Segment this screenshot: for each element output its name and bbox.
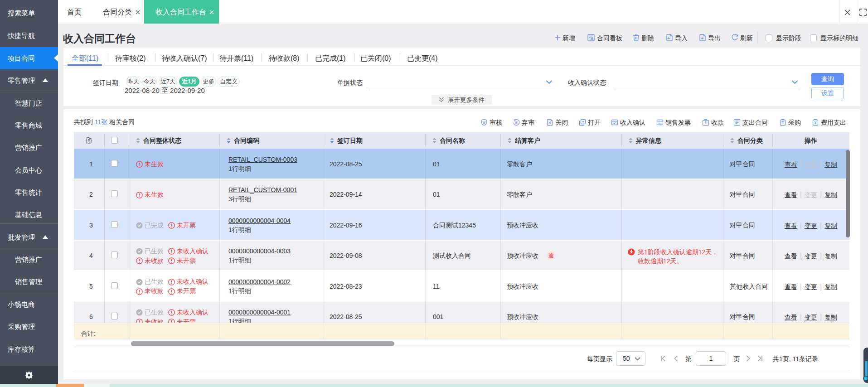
svg-text:审: 审 [514,121,518,125]
svg-text:审: 审 [482,121,486,125]
